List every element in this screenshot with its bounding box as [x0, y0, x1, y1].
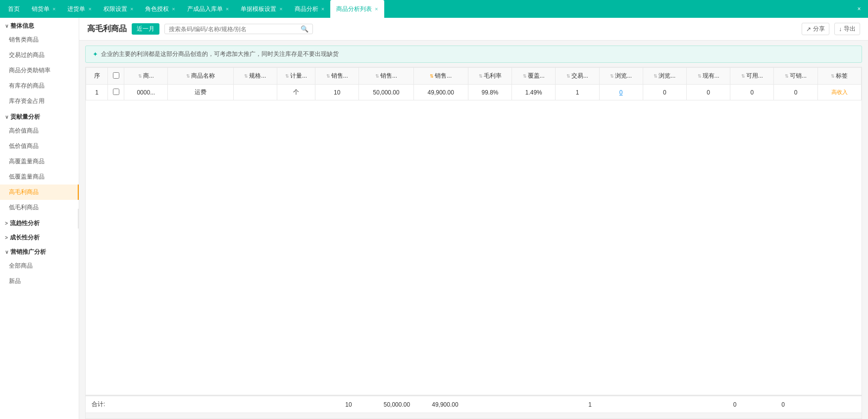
- col-header-sales-profit[interactable]: ⇅ 销售...: [413, 68, 468, 85]
- col-header-cover[interactable]: ⇅ 覆盖...: [512, 68, 556, 85]
- sidebar-item-all-goods[interactable]: 全部商品: [0, 258, 79, 274]
- sidebar-group-growth[interactable]: > 成长性分析: [0, 230, 79, 244]
- sidebar-item-stock-capital[interactable]: 库存资金占用: [0, 93, 79, 109]
- col-header-unit[interactable]: ⇅ 计量...: [277, 68, 315, 85]
- search-icon[interactable]: 🔍: [301, 25, 308, 33]
- window-close-button[interactable]: ×: [850, 0, 868, 18]
- sidebar-item-new-goods[interactable]: 新品: [0, 274, 79, 289]
- sidebar-item-low-margin[interactable]: 低毛利商品: [0, 200, 79, 215]
- col-header-trade[interactable]: ⇅ 交易...: [556, 68, 599, 85]
- sort-icon: ⇅: [285, 74, 289, 79]
- row-checkbox[interactable]: [113, 89, 119, 95]
- footer-sales-amt: 50,000.00: [373, 401, 421, 408]
- close-icon[interactable]: ×: [130, 6, 133, 12]
- close-icon[interactable]: ×: [88, 6, 91, 12]
- chevron-down-icon: ∨: [5, 249, 8, 255]
- cell-browse2: 0: [643, 85, 686, 100]
- sort-icon: ⇅: [741, 74, 745, 79]
- footer-stock1: 0: [711, 401, 759, 408]
- col-header-tag[interactable]: ⇅ 标签: [817, 68, 861, 85]
- top-navigation: 首页 销货单 × 进货单 × 权限设置 × 角色授权 × 产成品入库单 × 单据…: [0, 0, 868, 18]
- col-header-browse1[interactable]: ⇅ 浏览...: [599, 68, 643, 85]
- sidebar-item-high-margin[interactable]: 高毛利商品: [0, 185, 79, 200]
- col-header-sales-amt[interactable]: ⇅ 销售...: [359, 68, 413, 85]
- col-header-name[interactable]: ⇅ 商品名称: [168, 68, 233, 85]
- search-input[interactable]: [169, 26, 301, 33]
- close-icon[interactable]: ×: [172, 6, 175, 12]
- close-icon[interactable]: ×: [375, 6, 378, 12]
- footer-spacer9: [807, 401, 856, 408]
- close-icon[interactable]: ×: [52, 6, 55, 12]
- col-header-spec[interactable]: ⇅ 规格...: [233, 68, 277, 85]
- sidebar-item-high-coverage[interactable]: 高覆盖量商品: [0, 154, 79, 169]
- data-table: 序 ⇅ 商... ⇅: [86, 67, 862, 100]
- export-button[interactable]: ↓ 导出: [834, 23, 860, 35]
- chevron-right-icon: >: [5, 235, 8, 240]
- cell-index: 1: [86, 85, 108, 100]
- select-all-checkbox[interactable]: [113, 72, 119, 79]
- nav-product-analysis[interactable]: 商品分析 ×: [289, 0, 330, 18]
- nav-home[interactable]: 首页: [2, 0, 26, 18]
- footer-stock2: 0: [759, 401, 808, 408]
- cell-sales-amt: 50,000.00: [359, 85, 413, 100]
- share-button[interactable]: ↗ 分享: [802, 23, 829, 35]
- sidebar-item-category-rate[interactable]: 商品分类助销率: [0, 63, 79, 78]
- sidebar-group-trend[interactable]: > 流趋性分析: [0, 215, 79, 230]
- sidebar-group-marketing[interactable]: ∨ 营销推广分析: [0, 244, 79, 258]
- col-header-sales-qty[interactable]: ⇅ 销售...: [315, 68, 359, 85]
- sidebar-item-sales-goods[interactable]: 销售类商品: [0, 32, 79, 47]
- nav-permission-settings[interactable]: 权限设置 ×: [98, 0, 139, 18]
- period-button[interactable]: 近一月: [132, 23, 159, 35]
- cell-stock1: 0: [687, 85, 730, 100]
- data-table-container[interactable]: 序 ⇅ 商... ⇅: [85, 67, 862, 395]
- footer-spacer5: [469, 401, 518, 408]
- cell-unit: 个: [277, 85, 315, 100]
- share-icon: ↗: [806, 26, 811, 33]
- cell-tag: 高收入: [817, 85, 861, 100]
- nav-finished-goods[interactable]: 产成品入库单 ×: [181, 0, 235, 18]
- sort-icon: ⇅: [138, 74, 142, 79]
- sidebar: 《 ∨ 整体信息 销售类商品 交易过的商品 商品分类助销率 有库存的商品 库存资…: [0, 18, 79, 419]
- footer-values: 10 50,000.00 49,900.00 1 0 0: [131, 401, 856, 408]
- footer-spacer7: [614, 401, 663, 408]
- search-box: 🔍: [164, 24, 313, 34]
- sidebar-collapse-button[interactable]: 《: [78, 209, 79, 229]
- cell-browse1[interactable]: 0: [599, 85, 643, 100]
- footer-spacer6: [517, 401, 566, 408]
- cell-sales-qty: 10: [315, 85, 359, 100]
- cell-gross-rate: 99.8%: [468, 85, 511, 100]
- sort-icon: ⇅: [479, 74, 483, 79]
- info-text: 企业的主要的利润都是这部分商品创造的，可考虑加大推广，同时关注库存是不要出现缺货: [101, 50, 339, 58]
- footer-spacer2: [180, 401, 228, 408]
- col-header-browse2[interactable]: ⇅ 浏览...: [643, 68, 686, 85]
- sidebar-item-traded-goods[interactable]: 交易过的商品: [0, 47, 79, 63]
- sidebar-item-low-value[interactable]: 低价值商品: [0, 139, 79, 154]
- nav-purchase-order[interactable]: 进货单 ×: [61, 0, 97, 18]
- col-header-index: 序: [86, 68, 108, 85]
- nav-role-auth[interactable]: 角色授权 ×: [139, 0, 181, 18]
- sidebar-item-in-stock[interactable]: 有库存的商品: [0, 78, 79, 93]
- footer-spacer3: [228, 401, 276, 408]
- close-icon[interactable]: ×: [321, 6, 324, 12]
- col-header-stock2[interactable]: ⇅ 可用...: [730, 68, 774, 85]
- content-area: 高毛利商品 近一月 🔍 ↗ 分享 ↓ 导出 ✦ 企业的主要的利润都是这部分商品创…: [79, 18, 868, 419]
- cell-cover: 1.49%: [512, 85, 556, 100]
- page-title: 高毛利商品: [87, 24, 127, 34]
- sort-icon: ⇅: [326, 74, 330, 79]
- horizontal-scrollbar[interactable]: [85, 413, 862, 419]
- col-header-stock3[interactable]: ⇅ 可销...: [774, 68, 817, 85]
- col-header-stock1[interactable]: ⇅ 现有...: [687, 68, 730, 85]
- nav-product-analysis-list[interactable]: 商品分析列表 ×: [330, 0, 384, 18]
- nav-template-settings[interactable]: 单据模板设置 ×: [235, 0, 288, 18]
- cell-check: [108, 85, 124, 100]
- col-header-gross-rate[interactable]: ⇅ 毛利率: [468, 68, 511, 85]
- col-header-code[interactable]: ⇅ 商...: [124, 68, 168, 85]
- close-icon[interactable]: ×: [226, 6, 229, 12]
- sidebar-item-high-value[interactable]: 高价值商品: [0, 123, 79, 139]
- chevron-down-icon: ∨: [5, 114, 8, 120]
- sidebar-group-overall[interactable]: ∨ 整体信息: [0, 18, 79, 32]
- sidebar-item-low-coverage[interactable]: 低覆盖量商品: [0, 169, 79, 185]
- sidebar-group-contribution[interactable]: ∨ 贡献量分析: [0, 109, 79, 123]
- nav-sales-order[interactable]: 销货单 ×: [26, 0, 61, 18]
- close-icon[interactable]: ×: [279, 6, 282, 12]
